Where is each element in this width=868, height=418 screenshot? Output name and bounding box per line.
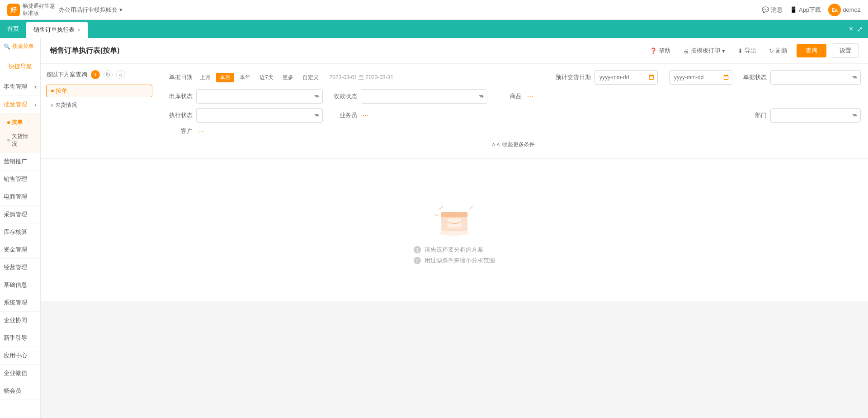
sidebar-item-member[interactable]: 畅会员 [0, 382, 40, 400]
print-icon: 🖨 [683, 48, 689, 54]
search-icon: 🔍 [4, 43, 10, 50]
sidebar-item-retail[interactable]: 零售管理 ▾ [0, 78, 40, 96]
sidebar-item-operations[interactable]: 经营管理 [0, 259, 40, 276]
add-scheme-button[interactable]: + [91, 70, 100, 79]
main-layout: 🔍 搜索菜单 快捷导航 零售管理 ▾ 批发管理 ▴ 按单 [0, 38, 868, 418]
date-tab-this-month[interactable]: 本月 [216, 73, 234, 82]
department-select[interactable] [770, 108, 861, 123]
tab-sales-order[interactable]: 销售订单执行表 × [26, 22, 88, 38]
sidebar-item-newbie[interactable]: 新手引导 [0, 329, 40, 347]
help-icon: ❓ [650, 48, 657, 54]
date-tab-custom[interactable]: 自定义 [299, 73, 322, 82]
tab-close-icon[interactable]: × [77, 27, 80, 33]
sidebar-item-wholesale[interactable]: 批发管理 ▴ [0, 96, 40, 114]
sidebar-item-basic-info[interactable]: 基础信息 [0, 276, 40, 294]
date-tab-this-year[interactable]: 本年 [236, 73, 254, 82]
collection-filter: 收款状态 ▾ [330, 89, 487, 104]
delivery-select-wrapper: ▾ [196, 89, 323, 104]
empty-tip-2: 2 用过滤条件来缩小分析范围 [414, 256, 495, 265]
svg-line-6 [435, 214, 438, 216]
active-scheme-dot [51, 90, 54, 92]
collection-select[interactable] [361, 89, 487, 104]
chevron-down-icon: ▴ [34, 102, 37, 107]
refresh-button[interactable]: ↻ 刷新 [765, 45, 791, 57]
scheme-panel: 按以下方案查询 + ↻ « 按单 欠货情况 [41, 64, 158, 158]
date-tab-more[interactable]: 更多 [279, 73, 297, 82]
app-download-button[interactable]: 📱 App下载 [790, 6, 821, 14]
salesman-filter: 业务员 ··· [330, 111, 368, 119]
collapse-button[interactable]: ∧∧ 收起更多条件 [165, 137, 861, 152]
settings-button[interactable]: 设置 [832, 43, 859, 58]
date-tab-7days[interactable]: 近7天 [256, 73, 277, 82]
sidebar-sub-item-order[interactable]: 按单 [0, 115, 40, 129]
top-bar-right: 💬 消息 📱 App下载 Ea demo2 [762, 4, 861, 16]
tab-home[interactable]: 首页 [0, 20, 26, 38]
tab-maximize-icon[interactable]: ⤢ [857, 25, 863, 33]
message-icon: 💬 [762, 6, 769, 13]
sidebar-item-quick-nav[interactable]: 快捷导航 [0, 59, 40, 74]
empty-state-icon [432, 195, 477, 240]
tip-num-2: 2 [414, 257, 421, 264]
sidebar-item-sales[interactable]: 销售管理 [0, 171, 40, 188]
customer-more-icon[interactable]: ··· [198, 127, 204, 135]
logo-area: 好 畅捷通好生意 标准版 [7, 3, 55, 17]
phone-icon: 📱 [790, 6, 797, 13]
sidebar-sub-wholesale: 按单 欠货情况 [0, 114, 40, 153]
svg-line-5 [439, 206, 443, 209]
collection-select-wrapper: ▾ [361, 89, 487, 104]
active-scheme-item[interactable]: 按单 [46, 85, 152, 97]
user-menu[interactable]: Ea demo2 [828, 4, 861, 16]
department-filter: 部门 ▾ [740, 108, 861, 123]
exec-filter: 执行状态 ▾ [165, 108, 323, 123]
help-button[interactable]: ❓ 帮助 [646, 45, 674, 57]
page-actions: ❓ 帮助 🖨 按模板打印 ▾ ⬇ 导出 ↻ 刷新 [646, 43, 859, 58]
sidebar-sub-item-shortage[interactable]: 欠货情况 [0, 129, 40, 151]
refresh-scheme-button[interactable]: ↻ [104, 70, 113, 79]
print-button[interactable]: 🖨 按模板打印 ▾ [679, 45, 729, 57]
exec-select[interactable] [196, 108, 323, 123]
empty-tip-1: 1 请先选择要分析的方案 [414, 246, 495, 254]
goods-filter: 商品 ··· [495, 92, 533, 100]
sidebar-item-enterprise[interactable]: 企业协同 [0, 312, 40, 329]
collapse-scheme-button[interactable]: « [116, 70, 125, 79]
filter-row-3: 执行状态 ▾ 业务员 ··· [165, 108, 861, 123]
expected-date-filter: 预计交货日期 — [556, 70, 732, 85]
date-tab-last-month[interactable]: 上月 [196, 73, 214, 82]
salesman-more-icon[interactable]: ··· [363, 111, 368, 119]
expected-date-end-input[interactable] [669, 70, 732, 85]
top-bar-left: 好 畅捷通好生意 标准版 办公用品行业模拟账套 ▾ [7, 3, 123, 17]
breadcrumb-arrow-icon: ▾ [119, 6, 123, 13]
message-button[interactable]: 💬 消息 [762, 6, 783, 14]
export-button[interactable]: ⬇ 导出 [734, 45, 760, 57]
delivery-select[interactable] [196, 89, 323, 104]
svg-line-7 [469, 206, 472, 209]
department-select-wrapper: ▾ [770, 108, 861, 123]
top-bar: 好 畅捷通好生意 标准版 办公用品行业模拟账套 ▾ 💬 消息 📱 App下载 E… [0, 0, 868, 20]
status-select[interactable] [770, 70, 861, 85]
sidebar-item-app-center[interactable]: 应用中心 [0, 347, 40, 365]
sidebar-item-finance[interactable]: 资金管理 [0, 241, 40, 259]
tab-close-window-icon[interactable]: × [849, 25, 853, 33]
sidebar-item-wechat[interactable]: 企业微信 [0, 365, 40, 382]
sub-scheme-item-shortage[interactable]: 欠货情况 [46, 99, 152, 111]
logo-icon: 好 [7, 4, 20, 16]
breadcrumb[interactable]: 办公用品行业模拟账套 ▾ [59, 6, 123, 14]
collapse-up-icon: ∧∧ [491, 141, 500, 147]
search-menu-button[interactable]: 🔍 搜索菜单 [0, 38, 40, 55]
customer-filter: 客户 ··· [165, 127, 204, 135]
avatar: Ea [828, 4, 841, 16]
sidebar-item-purchase[interactable]: 采购管理 [0, 206, 40, 223]
sidebar-item-inventory[interactable]: 库存核算 [0, 223, 40, 241]
page-header: 销售订单执行表(按单) ❓ 帮助 🖨 按模板打印 ▾ ⬇ 导出 [41, 38, 868, 64]
query-button[interactable]: 查询 [797, 44, 826, 57]
filter-row-1: 单据日期 上月 本月 本年 近7天 更多 自定义 2023-03-01 至 20… [165, 70, 861, 85]
sidebar-item-system[interactable]: 系统管理 [0, 294, 40, 312]
tab-controls: × ⤢ [849, 25, 868, 33]
filter-row-2: 出库状态 ▾ 收款状态 [165, 89, 861, 104]
sidebar-item-marketing[interactable]: 营销推广 [0, 153, 40, 171]
filter-area: 按以下方案查询 + ↻ « 按单 欠货情况 [41, 64, 868, 159]
expected-date-start-input[interactable] [594, 70, 658, 85]
active-dot-icon [7, 121, 10, 124]
sidebar-item-ecommerce[interactable]: 电商管理 [0, 188, 40, 206]
goods-more-icon[interactable]: ··· [527, 92, 533, 100]
